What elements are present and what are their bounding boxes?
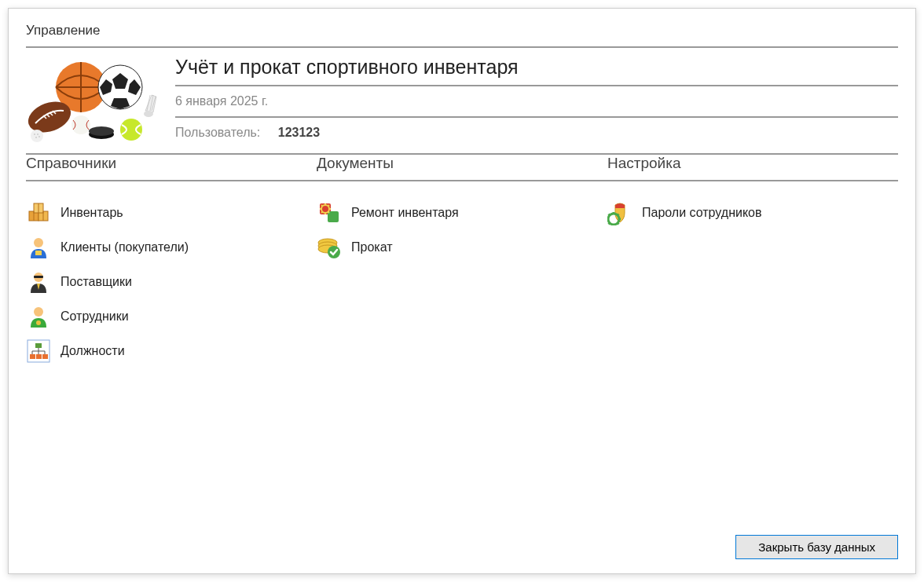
header-content: Учёт и прокат спортивного инвентаря 6 ян… <box>175 56 898 142</box>
user-row: Пользователь: 123123 <box>175 126 898 140</box>
section-settings-title: Настройка <box>607 155 898 180</box>
column-headers: Справочники Документы Настройка <box>26 155 898 181</box>
svg-rect-33 <box>42 354 48 359</box>
svg-point-7 <box>72 115 90 134</box>
section-references-title: Справочники <box>26 155 317 180</box>
main-window: Управление <box>8 8 916 574</box>
close-database-button[interactable]: Закрыть базу данных <box>735 535 898 559</box>
nav-item-label: Клиенты (покупатели) <box>60 240 189 254</box>
user-value: 123123 <box>278 126 320 139</box>
nav-positions[interactable]: Должности <box>26 334 317 368</box>
header: Учёт и прокат спортивного инвентаря 6 ян… <box>26 48 898 155</box>
svg-rect-26 <box>34 276 43 278</box>
app-logo <box>26 56 160 142</box>
svg-point-12 <box>31 130 43 142</box>
nav-item-label: Инвентарь <box>60 206 123 220</box>
svg-point-14 <box>37 134 38 135</box>
repair-icon <box>317 200 342 225</box>
svg-point-10 <box>120 119 142 141</box>
supplier-icon <box>26 269 51 295</box>
nav-item-label: Прокат <box>351 240 393 254</box>
svg-point-16 <box>38 136 40 137</box>
nav-suppliers[interactable]: Поставщики <box>26 265 317 299</box>
footer: Закрыть базу данных <box>26 527 898 559</box>
orgchart-icon <box>26 339 51 364</box>
section-settings: Пароли сотрудников <box>607 196 898 368</box>
svg-rect-31 <box>30 354 35 359</box>
svg-point-13 <box>34 134 35 135</box>
settings-list: Пароли сотрудников <box>607 196 898 230</box>
nav-repair[interactable]: Ремонт инвентаря <box>317 196 607 230</box>
documents-list: Ремонт инвентаря Прокат <box>317 196 607 265</box>
columns-body: Инвентарь Клиенты (покупатели) <box>26 196 898 368</box>
columns-wrapper: Справочники Документы Настройка <box>26 155 898 527</box>
svg-rect-32 <box>36 354 42 359</box>
nav-rental[interactable]: Прокат <box>317 230 607 265</box>
passwords-icon <box>607 200 632 225</box>
app-title: Учёт и прокат спортивного инвентаря <box>175 56 898 86</box>
user-label: Пользователь: <box>175 126 260 139</box>
nav-employees[interactable]: Сотрудники <box>26 299 317 334</box>
menu-bar: Управление <box>26 23 898 48</box>
nav-item-label: Сотрудники <box>60 309 129 324</box>
svg-rect-24 <box>35 251 42 255</box>
app-date: 6 января 2025 г. <box>175 94 898 118</box>
section-references: Инвентарь Клиенты (покупатели) <box>26 196 317 368</box>
nav-item-label: Ремонт инвентаря <box>351 206 459 220</box>
menu-management[interactable]: Управление <box>26 23 101 38</box>
nav-item-label: Должности <box>60 344 125 358</box>
section-documents-title: Документы <box>317 155 607 180</box>
nav-clients[interactable]: Клиенты (покупатели) <box>26 230 317 265</box>
nav-inventory[interactable]: Инвентарь <box>26 196 317 230</box>
svg-rect-35 <box>328 211 339 222</box>
section-documents: Ремонт инвентаря Прокат <box>317 196 607 368</box>
coins-check-icon <box>317 235 342 260</box>
nav-item-label: Поставщики <box>60 275 132 289</box>
svg-point-15 <box>35 137 37 138</box>
nav-item-label: Пароли сотрудников <box>642 206 762 220</box>
boxes-icon <box>26 200 51 225</box>
nav-passwords[interactable]: Пароли сотрудников <box>607 196 898 230</box>
svg-point-23 <box>34 238 43 247</box>
client-icon <box>26 235 51 260</box>
references-list: Инвентарь Клиенты (покупатели) <box>26 196 317 368</box>
svg-point-11 <box>144 111 153 117</box>
employee-icon <box>26 304 51 329</box>
svg-point-9 <box>89 126 114 136</box>
svg-rect-30 <box>35 343 42 348</box>
svg-point-27 <box>34 307 43 317</box>
svg-point-28 <box>36 320 41 325</box>
